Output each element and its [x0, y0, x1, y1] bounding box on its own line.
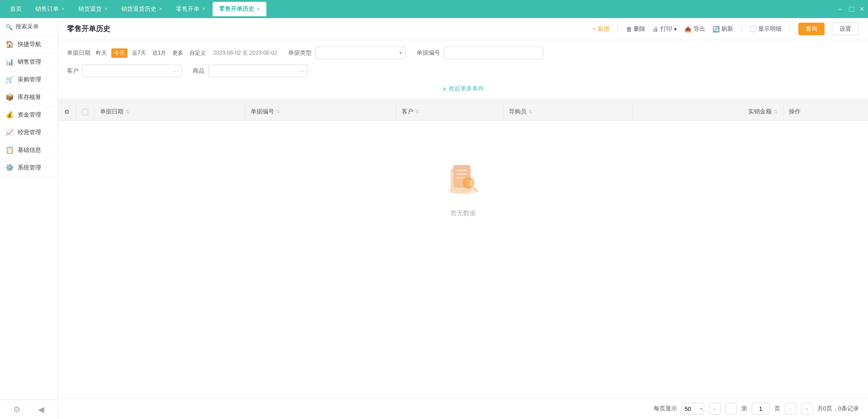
- sort-date[interactable]: 单据日期 ⇅: [100, 108, 240, 116]
- table-settings-icon[interactable]: ⚙: [64, 108, 70, 115]
- th-amount[interactable]: 实销金额 ⇅: [632, 103, 783, 121]
- tab-sales-order-close[interactable]: ×: [62, 6, 65, 12]
- print-dropdown-icon: ▾: [674, 26, 677, 33]
- sidebar-settings-btn[interactable]: ⚙: [13, 405, 20, 414]
- doc-type-filter-group: 单据类型 ▾: [288, 47, 406, 59]
- shortcut-today[interactable]: 今天: [111, 48, 128, 58]
- date-filter-group: 单据日期 昨天 今天 近7天 近1月 更多 自定义 2023-06-02 至 2…: [67, 48, 277, 58]
- tab-home[interactable]: 首页: [4, 2, 28, 16]
- sidebar-item-quick-nav[interactable]: 🏠 快捷导航: [0, 36, 57, 53]
- tab-retail-open[interactable]: 零售开单 ×: [170, 2, 212, 16]
- filter-row-2: 客户 ··· 商品 ···: [67, 65, 859, 77]
- inventory-icon: 📦: [5, 93, 14, 101]
- sort-guide[interactable]: 导购员 ⇅: [509, 108, 626, 116]
- doc-no-input[interactable]: [444, 47, 543, 59]
- th-guide[interactable]: 导购员 ⇅: [503, 103, 632, 121]
- add-button[interactable]: + 新增: [593, 25, 609, 33]
- query-button[interactable]: 查询: [798, 23, 825, 35]
- sidebar-search[interactable]: 🔍 搜索采单: [0, 18, 57, 36]
- per-page-select[interactable]: 50 10 20 100: [682, 403, 704, 414]
- sort-customer[interactable]: 客户 ⇅: [402, 108, 498, 116]
- sidebar-item-sales-mgmt[interactable]: 📊 销售管理: [0, 53, 57, 71]
- operations-icon: 📈: [5, 128, 14, 137]
- window-close-btn[interactable]: ×: [859, 5, 864, 14]
- next-page-btn[interactable]: ›: [785, 403, 797, 414]
- tab-sales-return[interactable]: 销货退货 ×: [72, 2, 114, 16]
- tab-bar-actions: － □ ×: [836, 4, 864, 14]
- shortcut-more[interactable]: 更多: [171, 48, 185, 58]
- tab-retail-open-close[interactable]: ×: [202, 6, 205, 12]
- export-icon: 📤: [684, 26, 692, 33]
- delete-button[interactable]: 🗑 删除: [626, 25, 645, 33]
- empty-state-icon: [441, 157, 486, 202]
- sidebar-search-label: 搜索采单: [15, 23, 39, 31]
- prev-page-btn[interactable]: ‹: [725, 403, 737, 414]
- goods-input[interactable]: [208, 65, 308, 77]
- sidebar-item-purchase-mgmt[interactable]: 🛒 采购管理: [0, 71, 57, 89]
- tab-home-label: 首页: [10, 5, 22, 13]
- table-wrapper: ⚙ 单据日期 ⇅: [58, 103, 868, 254]
- first-page-btn[interactable]: «: [709, 403, 721, 414]
- current-page-input[interactable]: [752, 403, 770, 414]
- customer-search-icon[interactable]: ···: [173, 67, 178, 75]
- divider: [617, 26, 618, 32]
- window-maximize-btn[interactable]: □: [849, 5, 854, 14]
- th-customer[interactable]: 客户 ⇅: [396, 103, 503, 121]
- sort-doc-no[interactable]: 单据编号 ⇅: [251, 108, 390, 116]
- collapse-btn[interactable]: ∧ 收起更多条件: [442, 83, 484, 93]
- doc-type-select[interactable]: [315, 47, 406, 59]
- sidebar-collapse-btn[interactable]: ◀: [38, 405, 44, 414]
- export-button[interactable]: 📤 导出: [684, 25, 705, 33]
- tab-sales-return-history[interactable]: 销货退货历史 ×: [115, 2, 169, 16]
- empty-state: 暂无数据: [58, 121, 868, 254]
- last-page-btn[interactable]: »: [801, 403, 813, 414]
- th-doc-no[interactable]: 单据编号 ⇅: [245, 103, 396, 121]
- doc-no-input-wrap: [444, 47, 543, 59]
- goods-search-icon[interactable]: ···: [299, 67, 304, 75]
- shortcut-last7[interactable]: 近7天: [130, 48, 148, 58]
- header-checkbox[interactable]: [82, 109, 88, 115]
- sidebar-item-sys-mgmt[interactable]: ⚙️ 系统管理: [0, 159, 57, 177]
- sort-amount[interactable]: 实销金额 ⇅: [638, 108, 778, 116]
- page-title: 零售开单历史: [67, 24, 110, 34]
- sidebar-item-label: 基础信息: [18, 146, 41, 154]
- settings-button[interactable]: 设置: [832, 23, 859, 35]
- th-checkbox[interactable]: [76, 103, 94, 121]
- display-detail-button[interactable]: 显示明细: [750, 25, 782, 33]
- display-checkbox: [750, 26, 756, 32]
- tab-bar: 首页 销售订单 × 销货退货 × 销货退货历史 × 零售开单 × 零售开单历史 …: [0, 0, 868, 18]
- page-label: 第: [741, 405, 747, 413]
- basic-info-icon: 📋: [5, 146, 14, 154]
- goods-label: 商品: [193, 67, 204, 75]
- shortcut-yesterday[interactable]: 昨天: [94, 48, 109, 58]
- doc-no-filter-group: 单据编号: [417, 47, 543, 59]
- sidebar-item-operations[interactable]: 📈 经营管理: [0, 124, 57, 141]
- shortcut-last-month[interactable]: 近1月: [151, 48, 168, 58]
- th-settings[interactable]: ⚙: [58, 103, 76, 121]
- customer-input[interactable]: [82, 65, 182, 77]
- filter-area: 单据日期 昨天 今天 近7天 近1月 更多 自定义 2023-06-02 至 2…: [58, 40, 868, 99]
- sales-mgmt-icon: 📊: [5, 58, 14, 66]
- tab-sales-return-label: 销货退货: [78, 5, 102, 13]
- sidebar-item-finance[interactable]: 💰 资金管理: [0, 106, 57, 124]
- pagination-bar: 每页显示 50 10 20 100 ▾ « ‹ 第 页 › » 共0页，0条记录: [58, 398, 868, 419]
- sidebar-footer: ⚙ ◀: [0, 400, 57, 419]
- tab-sales-return-history-close[interactable]: ×: [159, 6, 162, 12]
- print-button[interactable]: 🖨 打印 ▾: [653, 25, 677, 33]
- page-header: 零售开单历史 + 新增 🗑 删除 🖨 打印 ▾ 📤 导出 �: [58, 18, 868, 40]
- shortcut-custom[interactable]: 自定义: [188, 48, 208, 58]
- th-date[interactable]: 单据日期 ⇅: [94, 103, 245, 121]
- sidebar-item-label: 快捷导航: [18, 40, 41, 48]
- tab-retail-history-close[interactable]: ×: [257, 6, 260, 12]
- sidebar-item-label: 库存核算: [18, 93, 41, 101]
- toolbar-actions: + 新增 🗑 删除 🖨 打印 ▾ 📤 导出 🔄 刷新: [593, 23, 859, 35]
- tab-sales-return-close[interactable]: ×: [104, 6, 108, 12]
- refresh-icon: 🔄: [712, 26, 720, 33]
- sidebar-item-basic-info[interactable]: 📋 基础信息: [0, 141, 57, 159]
- tab-retail-history[interactable]: 零售开单历史 ×: [213, 2, 266, 16]
- search-icon: 🔍: [5, 24, 13, 30]
- sidebar-item-inventory[interactable]: 📦 库存核算: [0, 89, 57, 106]
- tab-sales-order[interactable]: 销售订单 ×: [29, 2, 71, 16]
- refresh-button[interactable]: 🔄 刷新: [712, 25, 733, 33]
- window-minimize-btn[interactable]: －: [836, 4, 844, 14]
